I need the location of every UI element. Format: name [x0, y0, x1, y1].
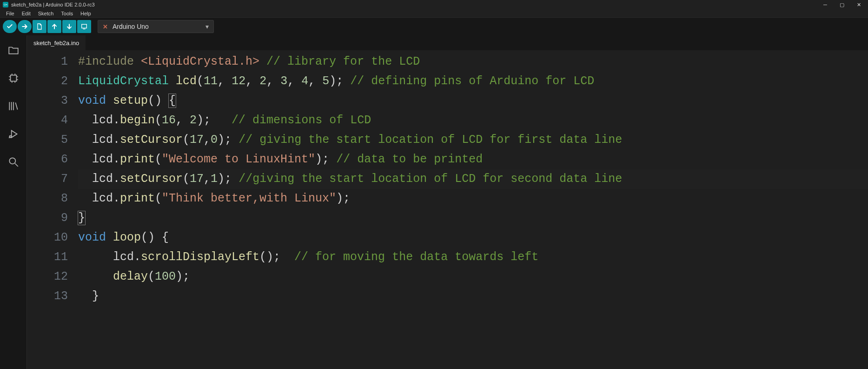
toolbar: ✕ Arduino Uno ▾	[0, 18, 868, 35]
code-line[interactable]: #include <LiquidCrystal.h> // library fo…	[78, 52, 868, 72]
check-icon	[6, 23, 13, 30]
explorer-tab[interactable]	[7, 44, 20, 57]
code-line[interactable]: void loop() {	[78, 228, 868, 248]
activity-bar	[0, 35, 27, 369]
titlebar: sketch_feb2a | Arduino IDE 2.0.0-rc3 ─ ▢…	[0, 0, 868, 9]
code-line[interactable]: delay(100);	[78, 267, 868, 287]
code-line[interactable]: lcd.scrollDisplayLeft(); // for moving t…	[78, 248, 868, 267]
debug-tab[interactable]	[7, 127, 20, 141]
body-area: sketch_feb2a.ino 12345678910111213 #incl…	[0, 35, 868, 369]
code-line[interactable]: lcd.begin(16, 2); // dimensions of LCD	[78, 111, 868, 130]
tab-sketch-feb2a[interactable]: sketch_feb2a.ino	[27, 35, 86, 50]
line-number: 5	[27, 130, 68, 150]
file-icon	[36, 23, 43, 30]
chevron-down-icon: ▾	[205, 23, 209, 30]
verify-button[interactable]	[3, 20, 17, 33]
close-button[interactable]: ✕	[856, 2, 861, 7]
code-editor[interactable]: #include <LiquidCrystal.h> // library fo…	[78, 50, 868, 369]
search-tab[interactable]	[7, 155, 20, 168]
folder-icon	[7, 44, 20, 56]
line-number-gutter: 12345678910111213	[27, 50, 78, 369]
menu-edit[interactable]: Edit	[19, 10, 34, 17]
menu-sketch[interactable]: Sketch	[35, 10, 57, 17]
code-line[interactable]: }	[78, 287, 868, 306]
board-name: Arduino Uno	[113, 23, 149, 30]
line-number: 7	[27, 169, 68, 189]
line-number: 11	[27, 248, 68, 267]
tabbar: sketch_feb2a.ino	[27, 35, 868, 50]
code-line[interactable]: lcd.print("Think better,with Linux");	[78, 189, 868, 208]
serial-monitor-button[interactable]	[77, 20, 91, 33]
search-icon	[7, 156, 20, 168]
menu-tools[interactable]: Tools	[58, 10, 76, 17]
serial-monitor-icon	[80, 23, 88, 30]
chip-icon	[7, 72, 20, 84]
maximize-button[interactable]: ▢	[839, 2, 845, 7]
line-number: 2	[27, 72, 68, 91]
line-number: 10	[27, 228, 68, 248]
upload-button[interactable]	[18, 20, 32, 33]
line-number: 4	[27, 111, 68, 130]
code-line[interactable]: }	[78, 208, 868, 228]
line-number: 6	[27, 150, 68, 169]
line-number: 1	[27, 52, 68, 72]
board-disconnected-icon: ✕	[103, 23, 108, 30]
new-sketch-button[interactable]	[33, 20, 46, 33]
arrow-down-icon	[66, 23, 73, 30]
debug-icon	[7, 128, 20, 140]
board-selector[interactable]: ✕ Arduino Uno ▾	[98, 20, 214, 33]
tab-label: sketch_feb2a.ino	[33, 40, 79, 47]
library-manager-tab[interactable]	[7, 100, 20, 113]
svg-rect-1	[10, 75, 16, 81]
line-number: 13	[27, 287, 68, 306]
line-number: 12	[27, 267, 68, 287]
open-sketch-button[interactable]	[47, 20, 61, 33]
menubar: File Edit Sketch Tools Help	[0, 9, 868, 18]
menu-help[interactable]: Help	[77, 10, 94, 17]
window-title: sketch_feb2a | Arduino IDE 2.0.0-rc3	[11, 2, 822, 7]
books-icon	[7, 100, 20, 112]
line-number: 8	[27, 189, 68, 208]
minimize-button[interactable]: ─	[822, 2, 828, 7]
menu-file[interactable]: File	[3, 10, 18, 17]
editor-area: sketch_feb2a.ino 12345678910111213 #incl…	[27, 35, 868, 369]
save-sketch-button[interactable]	[62, 20, 76, 33]
svg-point-3	[9, 158, 15, 164]
arrow-right-icon	[21, 23, 28, 30]
arrow-up-icon	[51, 23, 58, 30]
arduino-app-icon	[3, 2, 8, 7]
code-line[interactable]: LiquidCrystal lcd(11, 12, 2, 3, 4, 5); /…	[78, 72, 868, 91]
code-container[interactable]: 12345678910111213 #include <LiquidCrysta…	[27, 50, 868, 369]
boards-manager-tab[interactable]	[7, 72, 20, 85]
svg-rect-0	[82, 24, 87, 28]
code-line[interactable]: lcd.setCursor(17,1); //giving the start …	[78, 169, 868, 189]
line-number: 3	[27, 91, 68, 111]
window-controls: ─ ▢ ✕	[822, 2, 865, 7]
code-line[interactable]: void setup() {	[78, 91, 868, 111]
code-line[interactable]: lcd.print("Welcome to LinuxHint"); // da…	[78, 150, 868, 169]
line-number: 9	[27, 208, 68, 228]
code-line[interactable]: lcd.setCursor(17,0); // giving the start…	[78, 130, 868, 150]
